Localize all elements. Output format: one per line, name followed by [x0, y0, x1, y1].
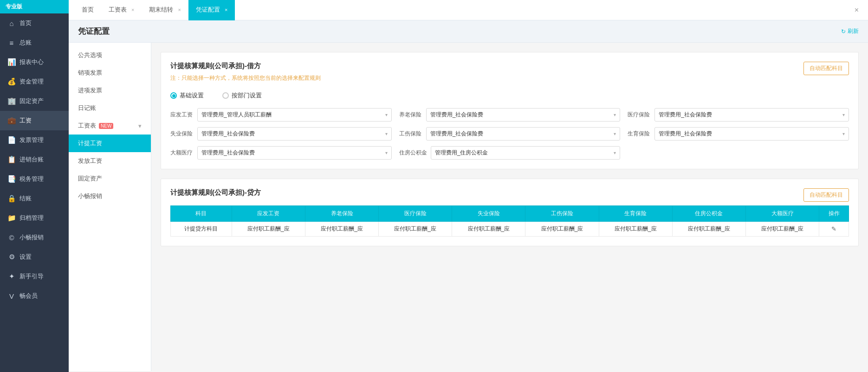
- window-close-button[interactable]: ×: [851, 4, 862, 16]
- radio-dept-setting[interactable]: 按部门设置: [222, 91, 262, 100]
- debit-section-note: 注：只能选择一种方式，系统将按照您当前的选择来配置规则: [170, 74, 321, 82]
- debit-form-grid: 应发工资 管理费用_管理人员职工薪酬 ▾ 养老保险 管理费用_社会保险费 ▾: [170, 108, 849, 160]
- sidebar-item-member[interactable]: V 畅会员: [0, 286, 69, 306]
- chevron-yingfa-icon: ▾: [385, 112, 388, 117]
- tax-icon: 📑: [7, 175, 16, 183]
- left-menu-xiaochang-expense[interactable]: 小畅报销: [69, 187, 151, 205]
- newbie-icon: ✦: [7, 272, 16, 281]
- tab-voucher-config[interactable]: 凭证配置 ×: [188, 0, 235, 20]
- tab-close-salary-table[interactable]: ×: [131, 7, 134, 13]
- main-area: 首页 工资表 × 期末结转 × 凭证配置 × × 凭证配置 ↻ 刷新: [69, 0, 868, 372]
- select-yiliao-baoxian[interactable]: 管理费用_社会保险费 ▾: [654, 108, 849, 122]
- sidebar-item-xiaochang[interactable]: © 小畅报销: [0, 228, 69, 247]
- debit-auto-match-button[interactable]: 自动匹配科目: [803, 62, 849, 75]
- app-title: 专业版: [0, 0, 69, 13]
- assets-icon: 🏢: [7, 97, 16, 105]
- credit-auto-match-button[interactable]: 自动匹配科目: [803, 188, 849, 202]
- new-badge: NEW: [99, 123, 113, 129]
- cell-yanglao[interactable]: 应付职工薪酬_应: [305, 222, 378, 237]
- radio-basic-setting[interactable]: 基础设置: [170, 91, 204, 100]
- select-gongshang-baoxian[interactable]: 管理费用_社会保险费 ▾: [426, 127, 621, 141]
- cell-gongshang[interactable]: 应付职工薪酬_应: [525, 222, 599, 237]
- page-title: 凭证配置: [78, 26, 110, 37]
- left-menu-calc-salary[interactable]: 计提工资: [69, 135, 151, 152]
- left-menu-public[interactable]: 公共选项: [69, 46, 151, 64]
- inner-layout: 公共选项 销项发票 进项发票 日记账 工资表 NEW ▾ 计提工资: [69, 43, 868, 371]
- field-yanglao-baoxian: 养老保险 管理费用_社会保险费 ▾: [399, 108, 621, 122]
- credit-section-header: 计提核算规则(公司承担)-贷方 自动匹配科目: [170, 188, 849, 202]
- left-menu-pay-salary[interactable]: 发放工资: [69, 152, 151, 170]
- sidebar-item-close[interactable]: 🔒 结账: [0, 189, 69, 208]
- col-header-daejia: 大额医疗: [746, 206, 819, 222]
- left-menu-sales-invoice[interactable]: 销项发票: [69, 64, 151, 82]
- sidebar-item-assets[interactable]: 🏢 固定资产: [0, 91, 69, 111]
- sidebar-item-funds[interactable]: 💰 资金管理: [0, 72, 69, 91]
- tab-period-close[interactable]: 期末结转 ×: [142, 0, 188, 20]
- member-icon: V: [7, 292, 16, 300]
- credit-section: 计提核算规则(公司承担)-贷方 自动匹配科目 科目 应发工资 养老保险 医疗保险…: [161, 179, 859, 246]
- select-yingfa-gongzi[interactable]: 管理费用_管理人员职工薪酬 ▾: [197, 108, 392, 122]
- ledger-icon: ≡: [7, 39, 16, 47]
- sidebar-item-salary[interactable]: 💼 工资: [0, 111, 69, 130]
- left-menu-purchase-invoice[interactable]: 进项发票: [69, 82, 151, 99]
- left-menu-fixed-assets[interactable]: 固定资产: [69, 170, 151, 187]
- cell-daejia[interactable]: 应付职工薪酬_应: [746, 222, 819, 237]
- select-daejia-yiliao[interactable]: 管理费用_社会保险费 ▾: [197, 146, 392, 160]
- field-gongshang-baoxian: 工伤保险 管理费用_社会保险费 ▾: [399, 127, 621, 141]
- refresh-icon: ↻: [841, 28, 846, 35]
- sidebar-item-settings[interactable]: ⚙ 设置: [0, 247, 69, 267]
- col-header-shiye: 失业保险: [452, 206, 525, 222]
- expand-arrow-icon: ▾: [138, 122, 142, 129]
- col-header-gongshang: 工伤保险: [525, 206, 599, 222]
- sidebar-item-tax[interactable]: 📑 税务管理: [0, 169, 69, 189]
- invoices-icon: 📄: [7, 136, 16, 144]
- reports-icon: 📊: [7, 58, 16, 66]
- funds-icon: 💰: [7, 77, 16, 86]
- refresh-button[interactable]: ↻ 刷新: [841, 27, 859, 35]
- tab-salary-table[interactable]: 工资表 ×: [101, 0, 142, 20]
- tab-close-period-close[interactable]: ×: [178, 7, 181, 13]
- field-yiliao-baoxian: 医疗保险 管理费用_社会保险费 ▾: [628, 108, 849, 122]
- select-zhufang-gongjijin[interactable]: 管理费用_住房公积金 ▾: [431, 146, 621, 160]
- chevron-yanglao-icon: ▾: [614, 112, 616, 117]
- debit-section-header: 计提核算规则(公司承担)-借方 注：只能选择一种方式，系统将按照您当前的选择来配…: [170, 62, 849, 89]
- select-shiye-baoxian[interactable]: 管理费用_社会保险费 ▾: [197, 127, 392, 141]
- edit-icon[interactable]: ✎: [831, 225, 836, 232]
- cell-edit[interactable]: ✎: [819, 222, 849, 237]
- cell-yingfa[interactable]: 应付职工薪酬_应: [232, 222, 305, 237]
- chevron-shengyu-icon: ▾: [842, 131, 845, 136]
- select-yanglao-baoxian[interactable]: 管理费用_社会保险费 ▾: [426, 108, 621, 122]
- sidebar-item-newbie[interactable]: ✦ 新手引导: [0, 267, 69, 286]
- page-content: 凭证配置 ↻ 刷新 公共选项 销项发票 进项发票 日记账: [69, 20, 868, 372]
- cell-shengyu[interactable]: 应付职工薪酬_应: [599, 222, 672, 237]
- sidebar-item-reports[interactable]: 📊 报表中心: [0, 52, 69, 72]
- sidebar-item-purchasesales[interactable]: 📋 进销台账: [0, 150, 69, 169]
- chevron-shiye-icon: ▾: [385, 131, 388, 136]
- right-content: 计提核算规则(公司承担)-借方 注：只能选择一种方式，系统将按照您当前的选择来配…: [151, 43, 868, 371]
- settings-icon: ⚙: [7, 253, 16, 261]
- cell-yiliao[interactable]: 应付职工薪酬_应: [379, 222, 452, 237]
- tab-close-voucher-config[interactable]: ×: [225, 7, 227, 13]
- cell-shiye[interactable]: 应付职工薪酬_应: [452, 222, 525, 237]
- archive-icon: 📁: [7, 214, 16, 222]
- col-header-shengyu: 生育保险: [599, 206, 672, 222]
- col-header-yiliao: 医疗保险: [379, 206, 452, 222]
- sidebar-item-invoices[interactable]: 📄 发票管理: [0, 130, 69, 150]
- select-shengyu-baoxian[interactable]: 管理费用_社会保险费 ▾: [654, 127, 849, 141]
- left-menu: 公共选项 销项发票 进项发票 日记账 工资表 NEW ▾ 计提工资: [69, 43, 151, 371]
- cell-zhufang[interactable]: 应付职工薪酬_应: [672, 222, 745, 237]
- debit-section: 计提核算规则(公司承担)-借方 注：只能选择一种方式，系统将按照您当前的选择来配…: [161, 52, 859, 169]
- left-menu-salary-table[interactable]: 工资表 NEW ▾: [69, 117, 151, 135]
- xiaochang-icon: ©: [7, 234, 16, 242]
- sidebar-item-home[interactable]: ⌂ 首页: [0, 13, 69, 33]
- field-daejia-yiliao: 大额医疗 管理费用_社会保险费 ▾: [170, 146, 392, 160]
- chevron-yiliao-icon: ▾: [842, 112, 845, 117]
- radio-group: 基础设置 按部门设置: [170, 91, 849, 100]
- salary-icon: 💼: [7, 116, 16, 125]
- left-menu-journal[interactable]: 日记账: [69, 99, 151, 117]
- sidebar-item-archive[interactable]: 📁 归档管理: [0, 208, 69, 228]
- sidebar-item-ledger[interactable]: ≡ 总账: [0, 33, 69, 52]
- tab-home[interactable]: 首页: [74, 0, 101, 20]
- radio-dept-circle: [222, 92, 229, 99]
- col-header-zhufang: 住房公积金: [672, 206, 745, 222]
